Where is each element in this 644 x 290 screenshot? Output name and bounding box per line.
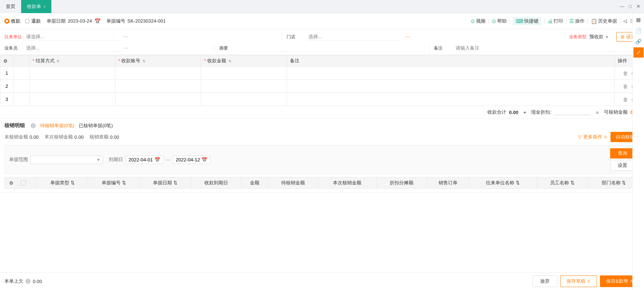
- ops-action[interactable]: ☰ 操作: [569, 18, 585, 24]
- tab-close-icon[interactable]: ×: [43, 4, 46, 9]
- maximize-button[interactable]: □: [627, 4, 633, 9]
- sidebar-link-icon[interactable]: 🔗: [633, 36, 644, 47]
- remarks-input[interactable]: [454, 44, 640, 52]
- bottom-bar: 本单上欠 i 0.00 放弃 保存草稿 ∧ 保存&新增 ∧: [0, 272, 644, 290]
- divider-3: [544, 18, 545, 24]
- current-stat: 本次核销金额 0.00: [44, 134, 83, 140]
- due-date-field: 到期日 2022-04-01 📅 — 2022-04-12 📅: [109, 156, 211, 164]
- bottom-info-icon[interactable]: i: [25, 279, 31, 284]
- row1-account[interactable]: [115, 67, 201, 80]
- close-button[interactable]: ✕: [635, 4, 641, 9]
- date-to-value: 2022-04-12: [176, 157, 200, 162]
- discount-input[interactable]: [554, 109, 591, 115]
- bt-th-sales-order: 销售订单: [427, 177, 469, 189]
- form-area: 往来单位 ··· 门店 ··· 业务类型 预收款 ▾ ⚙: [0, 29, 644, 55]
- type-radio-group: 收款 退款: [4, 18, 41, 24]
- row1-amount[interactable]: [201, 67, 287, 80]
- bottom-actions: 放弃 保存草稿 ∧ 保存&新增 ∧: [533, 275, 640, 287]
- video-action[interactable]: ⊙ 视频: [471, 18, 486, 24]
- tab-home[interactable]: 首页: [0, 0, 21, 13]
- row1-remark[interactable]: [287, 67, 615, 80]
- select-all-checkbox[interactable]: [21, 180, 26, 185]
- bt-dept-sort-icon[interactable]: ⇅: [622, 180, 626, 185]
- nav-prev[interactable]: ◁: [623, 18, 627, 24]
- sidebar-expand-icon[interactable]: ⤢: [633, 47, 644, 58]
- calendar-from-icon[interactable]: 📅: [154, 157, 160, 162]
- account-sort-icon[interactable]: ⇅: [142, 59, 145, 63]
- abandon-button[interactable]: 放弃: [533, 275, 557, 287]
- bt-counterpart-sort-icon[interactable]: ⇅: [516, 180, 520, 185]
- bt-no-sort-icon[interactable]: ⇅: [122, 180, 126, 185]
- more-filter-button[interactable]: ▽ 更多条件 ∧: [578, 134, 608, 140]
- bt-th-dept: 部门名称 ⇅: [588, 177, 639, 189]
- summary-input[interactable]: [240, 44, 425, 52]
- stats-right: ▽ 更多条件 ∧ 自动核销: [578, 132, 640, 142]
- counterpart-input[interactable]: [25, 33, 119, 40]
- receipt-radio-label: 收款: [11, 18, 20, 24]
- bt-type-sort-icon[interactable]: ⇅: [71, 180, 75, 185]
- row2-remark[interactable]: [287, 80, 615, 93]
- remarks-field: 备注: [434, 44, 640, 52]
- pending-tab[interactable]: 待核销单据(0笔): [40, 122, 74, 129]
- row3-amount[interactable]: [201, 93, 287, 106]
- history-action[interactable]: 📋 历史单据: [591, 18, 617, 24]
- save-draft-button[interactable]: 保存草稿 ∧: [560, 275, 597, 287]
- bt-staff-sort-icon[interactable]: ⇅: [570, 180, 574, 185]
- bottom-table: ⚙ 单据类型 ⇅ 单据编号 ⇅ 单据日期 ⇅: [4, 177, 640, 189]
- minimize-button[interactable]: —: [619, 4, 625, 9]
- table-gear-header[interactable]: ⚙: [0, 55, 13, 67]
- salesperson-more-icon[interactable]: ···: [122, 45, 129, 51]
- row1-delete-icon[interactable]: 🗑: [623, 70, 628, 76]
- refund-radio-label: 退款: [31, 18, 41, 24]
- keyboard-icon: ⌨: [516, 18, 523, 24]
- salesperson-input[interactable]: [25, 44, 119, 52]
- row3-account[interactable]: [115, 93, 201, 106]
- counterpart-label: 往来单位: [4, 34, 23, 40]
- bt-gear-header[interactable]: ⚙: [5, 177, 18, 189]
- sidebar-note-icon[interactable]: 📄: [633, 26, 644, 36]
- print-action[interactable]: 🖨 打印: [547, 18, 563, 24]
- th-amount: * 收款金额 ⇅: [201, 55, 287, 67]
- refund-radio[interactable]: 退款: [25, 18, 41, 24]
- bt-checkbox-header[interactable]: [18, 177, 37, 189]
- done-tab[interactable]: 已核销单据(0笔): [79, 122, 113, 129]
- receipt-radio[interactable]: 收款: [4, 18, 20, 24]
- row3-settlement[interactable]: [29, 93, 115, 106]
- row2-account[interactable]: [115, 80, 201, 93]
- row2-no: 2: [0, 80, 13, 93]
- settlement-sort-icon[interactable]: ⇅: [56, 59, 59, 63]
- amount-sort-icon[interactable]: ⇅: [228, 59, 231, 63]
- calendar-to-icon[interactable]: 📅: [201, 157, 207, 162]
- date-from-input[interactable]: 2022-04-01 📅: [125, 156, 164, 164]
- shortcut-action[interactable]: ⌨ 快捷键: [513, 17, 541, 25]
- query-button[interactable]: 查询: [610, 148, 635, 158]
- sidebar-table-icon[interactable]: ▦: [633, 15, 644, 25]
- toolbar: 收款 退款 单据日期 2023-03-24 📅 单据编号 SK-20230324…: [0, 13, 644, 29]
- counterpart-more-icon[interactable]: ···: [122, 34, 129, 40]
- sum-label: 收款合计: [487, 109, 506, 115]
- row1-settlement[interactable]: [29, 67, 115, 80]
- calendar-icon[interactable]: 📅: [94, 18, 101, 24]
- row3-delete-icon[interactable]: 🗑: [623, 97, 628, 102]
- divider-4: [566, 18, 566, 24]
- date-to-input[interactable]: 2022-04-12 📅: [173, 156, 211, 164]
- shop-input[interactable]: [307, 33, 402, 40]
- table-row: 1 🗑 ⊕: [0, 67, 644, 80]
- help-action[interactable]: ⊙ 帮助: [492, 18, 507, 24]
- range-select[interactable]: ▾: [30, 156, 103, 164]
- tab-receipt[interactable]: 收款单 ×: [21, 0, 51, 13]
- biz-type-selector[interactable]: 预收款 ▾: [589, 34, 608, 40]
- shop-more-icon[interactable]: ···: [404, 34, 412, 40]
- bt-th-due: 收款到期日: [191, 177, 241, 189]
- unchecked-label: 未核销金额: [4, 134, 28, 140]
- summary-field: 摘要: [219, 44, 425, 52]
- row3-remark[interactable]: [287, 93, 615, 106]
- bottom-info: 本单上欠 i 0.00: [4, 278, 42, 285]
- bt-date-sort-icon[interactable]: ⇅: [173, 180, 177, 185]
- row2-settlement[interactable]: [29, 80, 115, 93]
- filter-settings-button[interactable]: 设置: [610, 160, 635, 171]
- row2-amount[interactable]: [201, 80, 287, 93]
- print-icon: 🖨: [547, 18, 553, 24]
- row2-delete-icon[interactable]: 🗑: [623, 83, 628, 89]
- verify-info-icon[interactable]: i: [31, 123, 36, 128]
